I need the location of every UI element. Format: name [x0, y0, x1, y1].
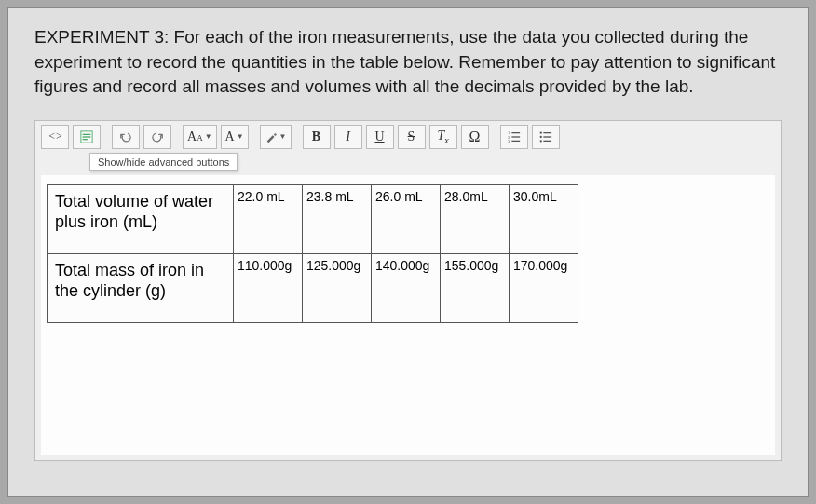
data-cell[interactable]: 170.000g: [510, 253, 578, 322]
data-cell[interactable]: 110.000g: [234, 253, 303, 322]
paintbrush-icon: [265, 130, 278, 143]
rich-text-editor: < > AA▼: [34, 120, 782, 461]
underline-icon: U: [374, 129, 384, 144]
data-cell[interactable]: 125.000g: [303, 253, 372, 322]
data-table: Total volume of water plus iron (mL) 22.…: [47, 184, 578, 323]
editor-canvas[interactable]: Total volume of water plus iron (mL) 22.…: [41, 175, 775, 455]
unordered-list-button[interactable]: [532, 125, 560, 149]
omega-icon: Ω: [469, 129, 481, 145]
page-container: EXPERIMENT 3: For each of the iron measu…: [7, 7, 809, 497]
svg-point-12: [539, 140, 541, 142]
font-family-icon: AA: [187, 129, 203, 144]
chevron-down-icon: ▼: [279, 132, 287, 141]
toggle-advanced-button[interactable]: [73, 125, 101, 149]
special-char-button[interactable]: Ω: [461, 125, 489, 149]
row-header[interactable]: Total mass of iron in the cylinder (g): [48, 253, 234, 322]
data-cell[interactable]: 140.000g: [372, 253, 441, 322]
ordered-list-button[interactable]: 1 2 3: [500, 125, 528, 149]
italic-icon: I: [346, 129, 350, 144]
bold-button[interactable]: B: [303, 125, 331, 149]
data-cell[interactable]: 23.8 mL: [303, 184, 372, 253]
toolbar-tooltip: Show/hide advanced buttons: [89, 153, 238, 171]
expand-toolbar-icon: [80, 130, 93, 143]
data-cell[interactable]: 155.000g: [441, 253, 510, 322]
unordered-list-icon: [539, 130, 552, 143]
experiment-label: EXPERIMENT 3: [34, 27, 164, 47]
code-icon: < >: [48, 129, 61, 143]
redo-icon: [151, 130, 164, 143]
data-cell[interactable]: 28.0mL: [441, 184, 510, 253]
svg-point-10: [539, 131, 541, 133]
strike-icon: S: [408, 129, 415, 144]
table-row: Total volume of water plus iron (mL) 22.…: [48, 184, 578, 253]
chevron-down-icon: ▼: [237, 132, 244, 141]
view-html-button[interactable]: < >: [41, 125, 69, 149]
experiment-instructions: EXPERIMENT 3: For each of the iron measu…: [34, 25, 782, 100]
row-header[interactable]: Total volume of water plus iron (mL): [48, 184, 234, 253]
clear-format-icon: Tx: [437, 129, 448, 145]
bold-icon: B: [312, 129, 320, 144]
undo-button[interactable]: [112, 125, 140, 149]
underline-button[interactable]: U: [366, 125, 394, 149]
editor-toolbar: < > AA▼: [35, 121, 781, 149]
font-size-button[interactable]: A▼: [221, 125, 249, 149]
chevron-down-icon: ▼: [205, 132, 212, 141]
font-family-button[interactable]: AA▼: [183, 125, 217, 149]
table-row: Total mass of iron in the cylinder (g) 1…: [48, 253, 578, 322]
data-cell[interactable]: 22.0 mL: [234, 184, 303, 253]
strikethrough-button[interactable]: S: [398, 125, 426, 149]
ordered-list-icon: 1 2 3: [508, 130, 521, 143]
clear-format-button[interactable]: Tx: [429, 125, 457, 149]
text-color-button[interactable]: ▼: [260, 125, 292, 149]
svg-point-11: [539, 136, 541, 138]
redo-button[interactable]: [143, 125, 171, 149]
data-cell[interactable]: 26.0 mL: [372, 184, 441, 253]
data-cell[interactable]: 30.0mL: [510, 184, 578, 253]
font-size-icon: A: [225, 129, 235, 144]
svg-text:3: 3: [508, 139, 510, 143]
undo-icon: [119, 130, 132, 143]
italic-button[interactable]: I: [334, 125, 362, 149]
